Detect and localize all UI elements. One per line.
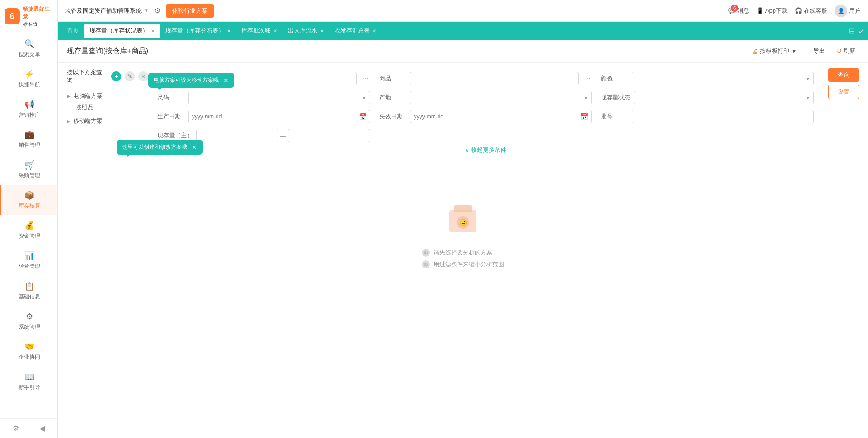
sidebar-item-inventory[interactable]: 📦 库存核算 [0, 185, 57, 215]
product-input[interactable] [410, 72, 579, 85]
filter-add-btn[interactable]: + [111, 71, 121, 81]
trial-btn[interactable]: 体验行业方案 [166, 4, 214, 18]
sidebar-item-purchase[interactable]: 🛒 采购管理 [0, 155, 57, 185]
refresh-btn[interactable]: ↺ 刷新 [833, 45, 859, 57]
scheme-group-mobile-header[interactable]: ▶ 移动端方案 [67, 115, 148, 127]
set-btn[interactable]: 设置 [828, 85, 859, 99]
product-dots[interactable]: ··· [582, 75, 592, 83]
origin-select[interactable] [410, 91, 592, 104]
stock-main-label: 现存量（主） [157, 132, 193, 140]
sidebar-item-label: 营销推广 [19, 111, 40, 119]
tab-close-icon[interactable]: ✕ [320, 28, 324, 33]
tooltip2-close[interactable]: ✕ [192, 144, 197, 151]
filter-back-btn[interactable]: « [138, 71, 148, 81]
tip-num-1: ① [422, 249, 430, 257]
sidebar-item-quicknav[interactable]: ⚡ 快捷导航 [0, 64, 57, 94]
tab-close-icon[interactable]: ✕ [373, 28, 376, 33]
empty-tip-1: ① 请先选择要分析的方案 [422, 249, 504, 257]
scheme-group-pc-header[interactable]: ▶ 电脑端方案 [67, 90, 148, 102]
finance-icon: 💰 [24, 221, 34, 231]
filter-inline-wrapper: 按以下方案查询 + ✎ « 电脑方案可设为移动方案哦 ✕ [67, 68, 859, 154]
produce-date-wrapper: 📅 [188, 110, 370, 123]
tab-summary[interactable]: 收发存汇总表 ✕ [329, 24, 382, 38]
sidebar-item-marketing[interactable]: 📢 营销推广 [0, 94, 57, 124]
collapse-sidebar-icon[interactable]: ◀ [39, 424, 45, 433]
sidebar-item-search[interactable]: 🔍 搜索菜单 [0, 33, 57, 64]
sidebar-item-sales[interactable]: 💼 销售管理 [0, 124, 57, 155]
scheme-item-product[interactable]: 按照品 [67, 102, 148, 113]
settings-btn[interactable]: ⚙ [154, 6, 160, 15]
tab-batch[interactable]: 库存批次账 ✕ [236, 24, 283, 38]
filter-row-size: 尺码 ▼ [157, 91, 370, 104]
empty-state: 😐 ① 请先选择要分析的方案 ② 用过滤条件来缩小分析范围 [58, 160, 868, 305]
status-select-wrapper: ▼ [634, 91, 814, 104]
color-select[interactable] [632, 72, 814, 85]
batch-input[interactable] [632, 110, 814, 123]
sidebar-item-label: 采购管理 [19, 172, 40, 179]
sidebar-item-finance[interactable]: 💰 资金管理 [0, 215, 57, 245]
range-sep: — [280, 132, 286, 139]
collapse-btn[interactable]: ∧ 收起更多条件 [157, 146, 814, 154]
tab-bar-right: ⊟ ⤢ [849, 27, 864, 35]
produce-date-input[interactable] [188, 110, 370, 123]
app-download-group[interactable]: 📱 App下载 [756, 7, 788, 15]
tooltip1-close[interactable]: ✕ [223, 77, 229, 84]
expire-date-wrapper: 📅 [410, 110, 592, 123]
page-title: 现存量查询(按仓库+商品) [67, 47, 148, 56]
sidebar-item-basics[interactable]: 📋 基础信息 [0, 276, 57, 306]
print-dropdown-icon: ▼ [791, 48, 797, 55]
size-select[interactable] [188, 91, 370, 104]
filter-right: 仓库 ··· 商品 ··· 颜色 [157, 68, 814, 154]
query-btn[interactable]: 查询 [828, 68, 859, 82]
export-btn[interactable]: ↑ 导出 [805, 45, 829, 57]
tab-fullscreen-icon[interactable]: ⤢ [859, 27, 864, 35]
filter-grid: 仓库 ··· 商品 ··· 颜色 [157, 72, 814, 142]
settings-bottom-icon[interactable]: ⚙ [13, 424, 19, 433]
sidebar-item-label: 销售管理 [19, 141, 40, 149]
search-nav-icon: 🔍 [24, 39, 34, 49]
filter-edit-btn[interactable]: ✎ [125, 71, 135, 81]
tooltip-edit-scheme: 这里可以创建和修改方案哦 ✕ [117, 140, 203, 155]
sidebar-item-label: 资金管理 [19, 232, 40, 240]
tab-close-icon[interactable]: ✕ [151, 28, 155, 33]
online-support-group[interactable]: 🎧 在线客服 [795, 7, 827, 15]
tab-close-icon[interactable]: ✕ [274, 28, 277, 33]
sidebar-item-label: 库存核算 [19, 202, 40, 210]
tab-inventory-status[interactable]: 现存量（库存状况表） ✕ [84, 24, 160, 38]
tab-close-icon[interactable]: ✕ [227, 28, 231, 33]
filter-row-status: 现存量状态 ▼ [601, 91, 814, 104]
print-btn[interactable]: 🖨 按模板打印 ▼ [749, 45, 801, 57]
sidebar-item-guide[interactable]: 📖 新手引导 [0, 367, 57, 397]
tab-flow[interactable]: 出入库流水 ✕ [283, 24, 329, 38]
user-group[interactable]: 👤 用户 [835, 5, 861, 17]
sidebar-item-label: 经营管理 [19, 263, 40, 270]
status-select[interactable] [634, 91, 814, 104]
origin-label: 产地 [379, 94, 406, 102]
tab-label: 现存量（库存分布表） [165, 27, 224, 35]
inventory-icon: 📦 [24, 190, 34, 200]
scheme-tree: ▶ 电脑端方案 按照品 这里可以创建和修改方案哦 ✕ ▶ [67, 90, 148, 127]
filter-left: 按以下方案查询 + ✎ « 电脑方案可设为移动方案哦 ✕ [67, 68, 148, 154]
expire-date-input[interactable] [410, 110, 592, 123]
warehouse-dots[interactable]: ··· [360, 75, 370, 83]
tab-label: 现存量（库存状况表） [90, 27, 148, 35]
stock-main-max[interactable] [288, 129, 370, 142]
tab-minimize-icon[interactable]: ⊟ [849, 27, 855, 35]
filter-label-row: 按以下方案查询 + ✎ « [67, 68, 148, 85]
sidebar-item-enterprise[interactable]: 🤝 企业协同 [0, 336, 57, 367]
tab-home-label: 首页 [67, 27, 79, 35]
filter-row-product: 商品 ··· [379, 72, 592, 85]
batch-label: 批号 [601, 113, 628, 121]
tab-inventory-dist[interactable]: 现存量（库存分布表） ✕ [160, 24, 236, 38]
system-name: 装备及固定资产辅助管理系统 ▼ [65, 7, 149, 15]
filter-row-origin: 产地 ▼ [379, 91, 592, 104]
message-group[interactable]: 💬 6 消息 [728, 7, 749, 15]
management-icon: 📊 [24, 251, 34, 261]
sidebar-item-management[interactable]: 📊 经营管理 [0, 245, 57, 276]
filter-label: 按以下方案查询 [67, 68, 108, 85]
tab-home[interactable]: 首页 [61, 24, 84, 38]
tab-label: 收发存汇总表 [335, 27, 370, 35]
stock-main-min[interactable] [196, 129, 278, 142]
avatar: 👤 [835, 5, 847, 17]
sidebar-item-system[interactable]: ⚙ 系统管理 [0, 306, 57, 336]
